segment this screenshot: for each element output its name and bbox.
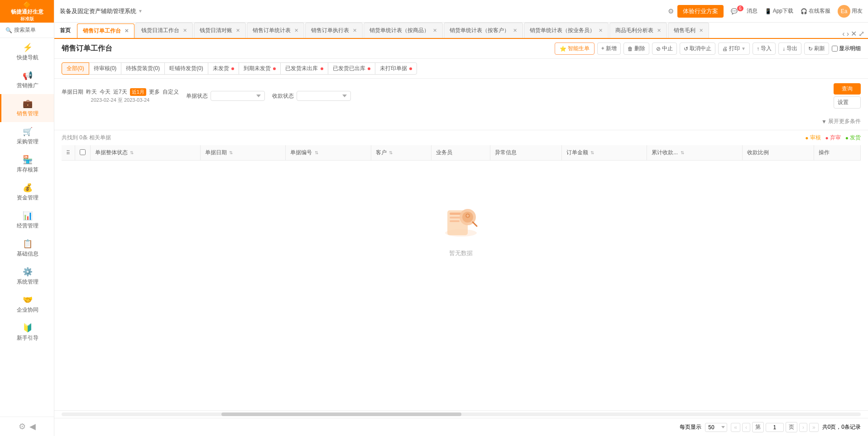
- date-option-custom[interactable]: 自定义: [163, 88, 179, 96]
- tab-scroll-left-icon[interactable]: ‹: [842, 30, 844, 38]
- date-option-yesterday[interactable]: 昨天: [86, 88, 97, 96]
- sidebar-item-enterprise[interactable]: 🤝 企业协同: [0, 290, 54, 318]
- tab-close-icon[interactable]: ✕: [433, 28, 437, 33]
- import-button[interactable]: ↑ 导入: [753, 43, 776, 55]
- filter-tab-not-printed[interactable]: 未打印单据: [375, 62, 417, 75]
- system-dropdown-arrow[interactable]: ▼: [138, 9, 143, 14]
- date-option-7days[interactable]: 近7天: [113, 88, 127, 96]
- sidebar-item-inventory[interactable]: 🏪 库存核算: [0, 150, 54, 178]
- query-button[interactable]: 查询: [834, 83, 861, 95]
- reject-action[interactable]: ● 弃审: [825, 134, 841, 142]
- cancel-stop-btn-label: 取消中止: [690, 45, 711, 52]
- topbar-gear-icon[interactable]: ⚙: [668, 7, 674, 15]
- app-download-action[interactable]: 📱 App下载: [765, 7, 793, 15]
- col-bill-status[interactable]: 单据整体状态 ⇅: [91, 145, 201, 161]
- scroll-thumb[interactable]: [221, 412, 461, 416]
- tab-sales-profit[interactable]: 销售毛利 ✕: [668, 23, 709, 38]
- col-staff[interactable]: 业务员: [431, 145, 490, 161]
- tab-close-icon[interactable]: ✕: [657, 28, 661, 33]
- tab-close-icon[interactable]: ✕: [236, 28, 240, 33]
- tab-sales-stats-customer[interactable]: 销货单统计表（按客户） ✕: [444, 23, 523, 38]
- settings-button[interactable]: 设置: [834, 96, 861, 109]
- bill-status-select[interactable]: [211, 91, 265, 101]
- stop-button[interactable]: ⊘ 中止: [652, 43, 677, 55]
- filter-tab-not-shipped[interactable]: 未发货: [208, 62, 239, 75]
- tab-scroll-right-icon[interactable]: ›: [847, 30, 849, 38]
- sidebar-item-system[interactable]: ⚙️ 系统管理: [0, 262, 54, 290]
- filter-tab-wangpu[interactable]: 旺铺待发货(0): [164, 62, 208, 75]
- sidebar-search[interactable]: 🔍 搜索菜单: [0, 23, 54, 38]
- filter-tab-pending-review[interactable]: 待审核(0): [89, 62, 122, 75]
- new-button[interactable]: + 新增: [597, 43, 621, 55]
- col-exception[interactable]: 异常信息: [490, 145, 562, 161]
- prev-page-button[interactable]: ‹: [742, 423, 750, 432]
- date-option-month[interactable]: 近1月: [130, 88, 146, 96]
- tab-label: 商品毛利分析表: [615, 27, 653, 34]
- filter-tab-pending-inspect[interactable]: 待拣货装货(0): [121, 62, 165, 75]
- last-page-button[interactable]: »: [809, 423, 819, 432]
- tab-cash-reconcile[interactable]: 钱货日清对账 ✕: [194, 23, 246, 38]
- col-collected[interactable]: 累计收款... ⇅: [647, 145, 743, 161]
- tab-sales-order-stats[interactable]: 销售订单统计表 ✕: [247, 23, 304, 38]
- tab-close-icon[interactable]: ✕: [353, 28, 357, 33]
- smart-generate-button[interactable]: ⭐ 智能生单: [555, 43, 595, 55]
- date-option-today[interactable]: 今天: [100, 88, 110, 96]
- tab-sales-order-exec[interactable]: 销售订单执行表 ✕: [305, 23, 363, 38]
- tab-gross-profit[interactable]: 商品毛利分析表 ✕: [609, 23, 667, 38]
- online-service-action[interactable]: 🎧 在线客服: [801, 7, 830, 15]
- col-amount[interactable]: 订单金额 ⇅: [561, 145, 647, 161]
- page-number-input[interactable]: [766, 423, 784, 432]
- col-bill-date[interactable]: 单据日期 ⇅: [201, 145, 286, 161]
- tab-close-icon[interactable]: ✕: [599, 28, 603, 33]
- approve-action[interactable]: ● 审核: [805, 134, 820, 142]
- sidebar-item-guide[interactable]: 🔰 新手引导: [0, 318, 54, 346]
- tab-close-icon[interactable]: ✕: [513, 28, 517, 33]
- sidebar-item-operations[interactable]: 📊 经营管理: [0, 206, 54, 234]
- ship-action[interactable]: ● 发货: [845, 134, 861, 142]
- refresh-button[interactable]: ↻ 刷新: [804, 43, 829, 55]
- tab-close-icon[interactable]: ✕: [125, 28, 129, 34]
- settings-icon[interactable]: ⚙: [19, 422, 26, 431]
- filter-tab-shipped-not-out[interactable]: 已发货未出库: [280, 62, 328, 75]
- date-option-more[interactable]: 更多: [149, 88, 160, 96]
- empty-state: 暂无数据: [62, 161, 861, 294]
- delete-button[interactable]: 🗑 删除: [623, 43, 649, 55]
- collapse-icon[interactable]: ◀: [29, 422, 36, 431]
- col-bill-no[interactable]: 单据编号 ⇅: [286, 145, 371, 161]
- select-all-checkbox[interactable]: [80, 149, 86, 155]
- tab-sales-stats-staff[interactable]: 销货单统计表（按业务员） ✕: [524, 23, 609, 38]
- tab-home[interactable]: 首页: [54, 23, 76, 38]
- user-action[interactable]: Ea 用友: [838, 5, 863, 18]
- tab-sales-order-workbench[interactable]: 销售订单工作台 ✕: [77, 24, 134, 39]
- industry-button[interactable]: 体验行业方案: [677, 5, 724, 18]
- sidebar-item-quick-nav[interactable]: ⚡ 快捷导航: [0, 38, 54, 66]
- next-page-button[interactable]: ›: [799, 423, 807, 432]
- col-customer[interactable]: 客户 ⇅: [371, 145, 431, 161]
- col-check[interactable]: [75, 145, 91, 161]
- tab-close-icon[interactable]: ✕: [294, 28, 298, 33]
- message-action[interactable]: 💬 6 消息: [731, 7, 758, 15]
- export-button[interactable]: ↓ 导出: [778, 43, 801, 55]
- tab-close-all-icon[interactable]: ✕: [851, 29, 857, 38]
- payment-status-select[interactable]: [297, 91, 351, 101]
- first-page-button[interactable]: «: [731, 423, 740, 432]
- expand-more-button[interactable]: ▼ 展开更多条件: [821, 118, 861, 125]
- filter-tab-all[interactable]: 全部(0): [62, 62, 89, 75]
- sidebar-item-purchase[interactable]: 🛒 采购管理: [0, 122, 54, 150]
- sidebar-item-sales[interactable]: 💼 销售管理: [0, 94, 54, 122]
- tab-close-icon[interactable]: ✕: [699, 28, 703, 33]
- filter-tab-expired[interactable]: 到期未发货: [239, 62, 281, 75]
- show-detail-checkbox[interactable]: [832, 46, 838, 52]
- tab-expand-icon[interactable]: ⤢: [858, 29, 864, 38]
- cancel-stop-button[interactable]: ↺ 取消中止: [680, 43, 715, 55]
- print-button[interactable]: 🖨 打印 ▼: [718, 43, 750, 55]
- sidebar-item-marketing[interactable]: 📢 营销推广: [0, 66, 54, 94]
- horizontal-scrollbar[interactable]: [62, 412, 861, 416]
- tab-close-icon[interactable]: ✕: [183, 28, 187, 33]
- sidebar-item-basic[interactable]: 📋 基础信息: [0, 234, 54, 262]
- page-size-select[interactable]: 50 20 100: [705, 423, 727, 432]
- tab-sales-stats-product[interactable]: 销货单统计表（按商品） ✕: [364, 23, 443, 38]
- filter-tab-shipped-out[interactable]: 已发货已出库: [328, 62, 375, 75]
- sidebar-item-finance[interactable]: 💰 资金管理: [0, 178, 54, 206]
- tab-cash-daily[interactable]: 钱货日清工作台 ✕: [135, 23, 193, 38]
